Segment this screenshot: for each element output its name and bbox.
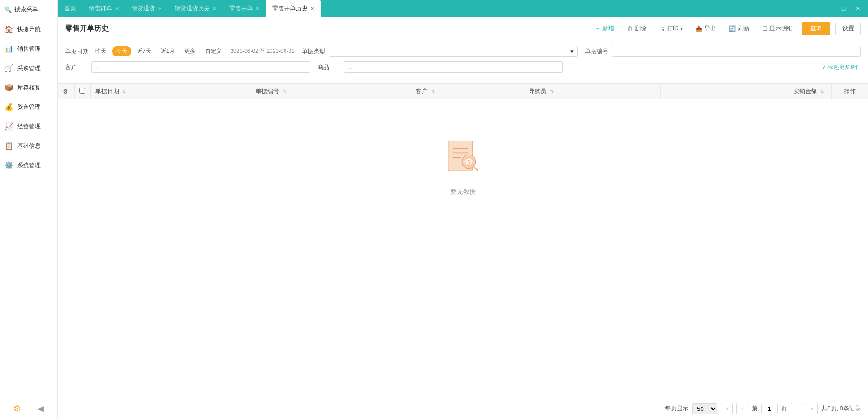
show-detail-button[interactable]: ☐ 显示明细 [759, 23, 797, 34]
sort-icon-amount: ⇅ [821, 89, 824, 94]
sidebar-item-label: 采购管理 [17, 64, 41, 72]
tab-sales-return-history-label: 销货退货历史 [175, 5, 210, 13]
export-label: 导出 [704, 24, 716, 33]
date-btn-custom[interactable]: 自定义 [201, 46, 226, 56]
ops-icon: 📈 [5, 122, 14, 131]
tab-sales-return[interactable]: 销货退货 ✕ [125, 0, 168, 17]
add-label: 新增 [602, 24, 614, 33]
sidebar-item-label: 库存核算 [17, 84, 41, 92]
doc-no-input[interactable] [612, 46, 861, 57]
page-input[interactable] [761, 404, 778, 414]
query-button[interactable]: 查询 [802, 22, 830, 35]
filter-area: 单据日期 昨天 今天 近7天 近1月 更多 自定义 2023-06-02 至 2… [58, 40, 868, 83]
home-icon: 🏠 [5, 25, 14, 33]
sidebar-search[interactable]: 🔍 搜索采单 [0, 0, 57, 19]
tab-sales-order[interactable]: 销售订单 ✕ [82, 0, 125, 17]
print-icon: 🖨 [659, 25, 665, 32]
tab-sales-return-close[interactable]: ✕ [158, 6, 162, 12]
box-icon: 📦 [5, 83, 14, 92]
sidebar-item-label: 销售管理 [17, 45, 41, 53]
sidebar-item-label: 经营管理 [17, 122, 41, 131]
add-button[interactable]: ＋ 新增 [591, 23, 618, 34]
show-detail-checkbox[interactable]: ☐ [762, 25, 768, 32]
export-icon: 📤 [695, 25, 702, 32]
customer-dots: ... [95, 64, 100, 71]
select-all-checkbox[interactable] [79, 88, 85, 94]
date-btn-more[interactable]: 更多 [180, 46, 199, 56]
delete-icon: 🗑 [627, 25, 633, 32]
cart-icon: 🛒 [5, 64, 14, 72]
page-header: 零售开单历史 ＋ 新增 🗑 删除 🖨 打印 ▾ 📤 导出 [58, 17, 868, 40]
tab-retail-open-history[interactable]: 零售开单历史 ✕ [266, 0, 321, 17]
add-icon: ＋ [595, 24, 601, 33]
sidebar-item-finance[interactable]: 💰 资金管理 [0, 97, 57, 117]
tab-retail-open-close[interactable]: ✕ [256, 6, 260, 12]
toolbar: ＋ 新增 🗑 删除 🖨 打印 ▾ 📤 导出 🔄 [591, 22, 861, 35]
tab-sales-return-label: 销货退货 [132, 5, 155, 13]
page-size-select[interactable]: 50 10 20 100 [692, 403, 717, 414]
date-btn-yesterday[interactable]: 昨天 [91, 46, 110, 56]
export-button[interactable]: 📤 导出 [692, 23, 720, 34]
tab-home[interactable]: 首页 [58, 0, 82, 17]
collapse-filter-btn[interactable]: ∧ 收起更多条件 [822, 61, 861, 73]
delete-label: 删除 [635, 24, 646, 33]
sidebar-settings-btn[interactable]: ⚙ [14, 404, 21, 414]
col-customer[interactable]: 客户 ⇅ [411, 84, 524, 99]
sort-icon-date: ⇅ [123, 89, 126, 94]
tab-sales-return-history[interactable]: 销货退货历史 ✕ [168, 0, 223, 17]
delete-button[interactable]: 🗑 删除 [623, 23, 650, 34]
sidebar-item-quick-nav[interactable]: 🏠 快捷导航 [0, 19, 57, 39]
page-last-btn[interactable]: » [806, 403, 818, 414]
col-salesperson[interactable]: 导购员 ⇅ [524, 84, 661, 99]
date-btn-7days[interactable]: 近7天 [133, 46, 155, 56]
sidebar-item-basic-info[interactable]: 📋 基础信息 [0, 136, 57, 155]
refresh-icon: 🔄 [729, 25, 736, 32]
page-next-btn[interactable]: › [791, 403, 802, 414]
sidebar-item-inventory[interactable]: 📦 库存核算 [0, 78, 57, 97]
sort-icon-docno: ⇅ [283, 89, 286, 94]
sidebar-item-sys-mgmt[interactable]: ⚙️ 系统管理 [0, 155, 57, 175]
sidebar-item-sales-mgmt[interactable]: 📊 销售管理 [0, 39, 57, 58]
date-filter-label: 单据日期 [65, 47, 89, 56]
empty-state: ? 暂无数据 [58, 99, 868, 232]
col-doc-date[interactable]: 单据日期 ⇅ [91, 84, 251, 99]
sidebar-item-operations[interactable]: 📈 经营管理 [0, 117, 57, 136]
search-icon: 🔍 [5, 6, 12, 13]
customer-input[interactable]: ... [91, 61, 310, 73]
goods-dots: ... [348, 64, 353, 71]
print-button[interactable]: 🖨 打印 ▾ [655, 23, 686, 34]
collapse-label: 收起更多条件 [828, 63, 861, 71]
refresh-label: 刷新 [738, 24, 749, 33]
window-controls: — □ ✕ [823, 0, 868, 17]
refresh-button[interactable]: 🔄 刷新 [725, 23, 753, 34]
sidebar-search-label: 搜索采单 [14, 5, 38, 14]
date-btn-today[interactable]: 今天 [112, 46, 131, 56]
col-doc-no[interactable]: 单据编号 ⇅ [251, 84, 411, 99]
tab-retail-open[interactable]: 零售开单 ✕ [223, 0, 266, 17]
print-label: 打印 [667, 24, 678, 33]
tab-sales-order-close[interactable]: ✕ [115, 6, 119, 12]
col-action: 操作 [832, 84, 868, 99]
doc-type-select[interactable]: ▾ [329, 46, 578, 57]
window-close-btn[interactable]: ✕ [852, 2, 864, 15]
page-first-btn[interactable]: « [721, 403, 733, 414]
date-btn-1month[interactable]: 近1月 [157, 46, 179, 56]
goods-input[interactable]: ... [344, 61, 563, 73]
tab-retail-open-history-close[interactable]: ✕ [310, 6, 314, 12]
goods-label: 商品 [318, 63, 340, 71]
sidebar-collapse-btn[interactable]: ◀ [38, 404, 44, 414]
window-minimize-btn[interactable]: — [823, 2, 835, 15]
doc-type-label: 单据类型 [302, 47, 325, 56]
col-checkbox[interactable] [75, 84, 91, 99]
sort-icon-salesperson: ⇅ [550, 89, 554, 94]
sidebar-item-purchase-mgmt[interactable]: 🛒 采购管理 [0, 58, 57, 78]
sidebar: 🔍 搜索采单 🏠 快捷导航 📊 销售管理 🛒 采购管理 📦 库存核算 💰 资金管… [0, 0, 58, 419]
date-range-display: 2023-06-02 至 2023-06-02 [230, 47, 294, 55]
settings-button[interactable]: 设置 [835, 22, 861, 35]
col-settings[interactable]: ⚙ [58, 84, 75, 99]
page-prev-btn[interactable]: ‹ [736, 403, 748, 414]
col-actual-amount[interactable]: 实销金额 ⇅ [661, 84, 832, 99]
tab-sales-return-history-close[interactable]: ✕ [213, 6, 217, 12]
sidebar-item-label: 资金管理 [17, 103, 41, 111]
window-maximize-btn[interactable]: □ [837, 2, 850, 15]
